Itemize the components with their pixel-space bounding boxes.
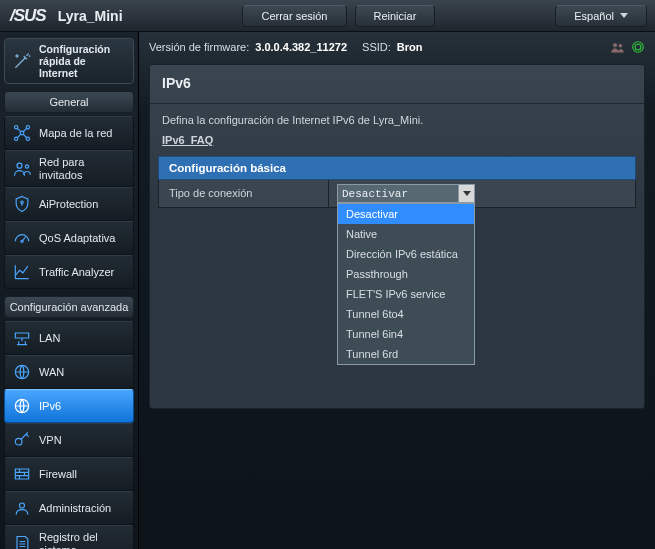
basic-config-header: Configuración básica	[158, 156, 636, 180]
svg-point-15	[635, 44, 641, 50]
page-title: IPv6	[150, 65, 644, 104]
language-label: Español	[574, 10, 614, 22]
key-icon	[11, 429, 33, 451]
sidebar-item-ipv6[interactable]: IPv6	[4, 389, 134, 423]
sidebar-item-red-para-invitados[interactable]: Red para invitados	[4, 150, 134, 187]
svg-point-14	[619, 44, 622, 47]
sidebar-item-vpn[interactable]: VPN	[4, 423, 134, 457]
guest-icon	[11, 158, 33, 180]
sidebar-section-general: General	[4, 91, 134, 113]
sidebar-item-wan[interactable]: WAN	[4, 355, 134, 389]
sidebar-item-quick-setup[interactable]: Configuración rápida de Internet	[4, 38, 134, 84]
sidebar-item-label: VPN	[39, 434, 62, 447]
firewall-icon	[11, 463, 33, 485]
svg-point-5	[17, 163, 22, 168]
sidebar-item-lan[interactable]: LAN	[4, 321, 134, 355]
connection-type-dropdown: DesactivarNativeDirección IPv6 estáticaP…	[337, 203, 475, 365]
sidebar: Configuración rápida de Internet General…	[0, 32, 139, 549]
svg-point-16	[633, 42, 644, 53]
sidebar-item-label: Traffic Analyzer	[39, 266, 114, 279]
firmware-label: Versión de firmware:	[149, 41, 249, 53]
svg-point-12	[20, 503, 25, 508]
connection-type-option[interactable]: Tunnel 6in4	[338, 324, 474, 344]
globe-icon	[11, 395, 33, 417]
ipv6-panel: IPv6 Defina la configuración de Internet…	[149, 64, 645, 409]
svg-point-13	[613, 43, 617, 47]
sidebar-item-label: AiProtection	[39, 198, 98, 211]
sidebar-section-advanced: Configuración avanzada	[4, 296, 134, 318]
sidebar-item-firewall[interactable]: Firewall	[4, 457, 134, 491]
ipv6-faq-link[interactable]: IPv6_FAQ	[150, 130, 225, 156]
admin-icon	[11, 497, 33, 519]
chart-icon	[11, 261, 33, 283]
brand-logo: /SUS	[8, 6, 50, 26]
page-description: Defina la configuración de Internet IPv6…	[150, 104, 644, 130]
connection-type-row: Tipo de conexión Desactivar DesactivarNa…	[158, 180, 636, 208]
connection-type-option[interactable]: Tunnel 6rd	[338, 344, 474, 364]
topbar: /SUS Lyra_Mini Cerrar sesión Reiniciar E…	[0, 0, 655, 32]
svg-point-11	[15, 439, 22, 446]
firmware-version: 3.0.0.4.382_11272	[255, 41, 347, 53]
sidebar-item-label: WAN	[39, 366, 64, 379]
magic-wand-icon	[11, 50, 33, 72]
model-name: Lyra_Mini	[58, 8, 123, 24]
connection-type-option[interactable]: FLET'S IPv6 service	[338, 284, 474, 304]
sidebar-item-aiprotection[interactable]: AiProtection	[4, 187, 134, 221]
connection-type-select[interactable]: Desactivar	[337, 184, 475, 203]
sidebar-item-label: IPv6	[39, 400, 61, 413]
main-content: Versión de firmware: 3.0.0.4.382_11272 S…	[139, 32, 655, 549]
ssid-value: Bron	[397, 41, 423, 53]
sidebar-item-label: Configuración rápida de Internet	[39, 43, 127, 79]
sidebar-item-label: Registro del sistema	[39, 531, 127, 549]
connection-type-option[interactable]: Native	[338, 224, 474, 244]
clients-icon[interactable]	[611, 42, 625, 53]
sidebar-item-label: LAN	[39, 332, 60, 345]
log-icon	[11, 533, 33, 549]
connection-type-option[interactable]: Tunnel 6to4	[338, 304, 474, 324]
shield-icon	[11, 193, 33, 215]
chevron-down-icon	[620, 13, 628, 18]
connection-type-option[interactable]: Dirección IPv6 estática	[338, 244, 474, 264]
globe-icon	[11, 361, 33, 383]
connection-type-label: Tipo de conexión	[159, 180, 329, 207]
sidebar-item-administraci-n[interactable]: Administración	[4, 491, 134, 525]
connection-type-option[interactable]: Passthrough	[338, 264, 474, 284]
ssid-label: SSID:	[362, 41, 391, 53]
sidebar-item-mapa-de-la-red[interactable]: Mapa de la red	[4, 116, 134, 150]
language-selector[interactable]: Español	[555, 5, 647, 27]
lan-icon	[11, 327, 33, 349]
svg-point-8	[21, 241, 23, 243]
reboot-button[interactable]: Reiniciar	[355, 5, 436, 27]
sidebar-item-label: Administración	[39, 502, 111, 515]
sidebar-item-label: Mapa de la red	[39, 127, 112, 140]
sidebar-item-traffic-analyzer[interactable]: Traffic Analyzer	[4, 255, 134, 289]
svg-point-6	[25, 165, 28, 168]
firmware-info: Versión de firmware: 3.0.0.4.382_11272 S…	[149, 40, 645, 54]
sidebar-item-label: Red para invitados	[39, 156, 127, 181]
select-arrow-icon	[458, 185, 474, 202]
connection-type-option[interactable]: Desactivar	[338, 204, 474, 224]
sidebar-item-label: Firewall	[39, 468, 77, 481]
map-icon	[11, 122, 33, 144]
connection-type-value: Desactivar	[342, 188, 408, 200]
logout-button[interactable]: Cerrar sesión	[242, 5, 346, 27]
sidebar-item-qos-adaptativa[interactable]: QoS Adaptativa	[4, 221, 134, 255]
sidebar-item-label: QoS Adaptativa	[39, 232, 115, 245]
network-status-icon[interactable]	[631, 40, 645, 54]
sidebar-item-registro-del-sistema[interactable]: Registro del sistema	[4, 525, 134, 549]
gauge-icon	[11, 227, 33, 249]
